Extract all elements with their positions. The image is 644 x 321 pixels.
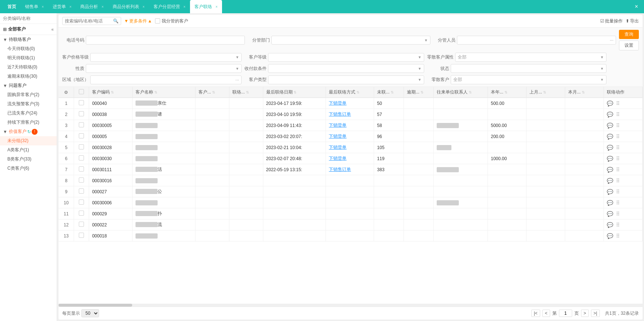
sidebar-item-declining[interactable]: 持续下滑客户(2) [0,118,57,127]
last-way-link[interactable]: 下销货单 [329,134,346,139]
close-all-tabs[interactable]: × [632,3,641,10]
select-cust-type[interactable]: ▼ [268,75,424,84]
cell-check[interactable] [74,208,89,219]
cell-check[interactable] [74,219,89,230]
contact-icon[interactable]: 💬 [607,100,613,106]
row-checkbox[interactable] [79,111,84,116]
cell-check[interactable] [74,142,89,153]
row-checkbox[interactable] [79,222,84,227]
row-checkbox[interactable] [79,177,84,183]
col-header-last-date[interactable]: 最后联络日期 [263,87,326,98]
contact-icon[interactable]: 💬 [607,189,613,195]
close-goods-list-icon[interactable]: × [142,5,145,9]
contact-icon[interactable]: 💬 [607,145,613,151]
row-checkbox[interactable] [79,144,84,149]
cell-check[interactable] [74,153,89,164]
sidebar-item-today[interactable]: 今天待联络(0) [0,44,57,53]
sidebar-all-customers[interactable]: ⊞ 全部客户 « [0,24,57,35]
last-way-link[interactable]: 下销货单 [329,100,346,106]
contact-icon[interactable]: 💬 [607,123,613,128]
row-checkbox[interactable] [79,233,84,238]
contact-icon[interactable]: 💬 [607,222,613,228]
last-way-link[interactable]: 下销售订单 [329,167,351,172]
row-checkbox[interactable] [79,200,84,205]
select-payment[interactable]: ▼ [268,64,424,73]
sidebar-item-ungrouped[interactable]: 未分组(32) [0,136,57,145]
last-way-link[interactable]: 下销货单 [329,123,346,128]
col-header-last-month[interactable]: 上月... [526,87,565,98]
cell-check[interactable] [74,109,89,120]
select-retail-attr[interactable]: 全部▼ [455,53,606,62]
col-header-type[interactable]: 客户... [195,87,229,98]
last-way-link[interactable]: 下销售订单 [329,112,351,117]
batch-ops-btn[interactable]: ☑ 批量操作 [600,18,623,24]
sidebar-item-class-a[interactable]: A类客户(1) [0,145,57,155]
close-customer-layer-icon[interactable]: × [183,5,186,9]
contact-icon[interactable]: 💬 [607,112,613,117]
more-icon[interactable]: ⠿ [616,156,620,162]
contact-icon[interactable]: 💬 [607,134,613,140]
more-icon[interactable]: ⠿ [616,233,620,239]
input-phone[interactable] [86,36,245,45]
sidebar-item-tomorrow[interactable]: 明天待联络(1) [0,53,57,63]
row-checkbox[interactable] [79,122,84,127]
col-header-name[interactable]: 客户名称 [133,87,196,98]
contact-icon[interactable]: 💬 [607,167,613,173]
more-icon[interactable]: ⠿ [616,189,620,195]
close-customer-contact-icon[interactable]: × [215,5,218,9]
contact-icon[interactable]: 💬 [607,233,613,239]
sidebar-search[interactable]: 🔍 [0,13,57,24]
close-purchase-icon[interactable]: × [70,5,72,9]
select-dept[interactable]: ▼ [271,36,430,45]
page-size-select[interactable]: 50 [81,309,99,317]
cell-check[interactable] [74,186,89,197]
cell-check[interactable] [74,120,89,131]
more-icon[interactable]: ⠿ [616,112,620,117]
cell-check[interactable] [74,175,89,186]
col-header-this-year[interactable]: 本年... [488,87,526,98]
col-header-settings[interactable]: ⚙ [59,87,74,98]
col-header-last-way[interactable]: 最后联络方式 [326,87,374,98]
sidebar-item-churned[interactable]: 已流失客户(24) [0,109,57,118]
nav-goods-analysis[interactable]: 商品分析 × [76,0,108,13]
filter-search-box[interactable]: 🔍 [62,17,121,25]
cell-check[interactable] [74,164,89,175]
col-header-contact[interactable]: 联络... [229,87,263,98]
more-icon[interactable]: ⠿ [616,100,620,106]
col-header-code[interactable]: 客户编码 [89,87,133,98]
nav-customer-layer[interactable]: 客户分层经营 × [149,0,190,13]
horizontal-scrollbar[interactable] [59,304,643,307]
export-btn[interactable]: ⬆ 导出 [626,18,639,24]
refresh-icon[interactable]: ↻ [27,129,31,134]
nav-home[interactable]: 首页 [3,0,21,13]
sidebar-search-input[interactable] [3,16,57,21]
nav-purchase[interactable]: 进货单 × [48,0,76,13]
sidebar-item-abnormal[interactable]: 固购异常客户(2) [0,90,57,99]
close-sales-icon[interactable]: × [42,5,44,9]
close-goods-analysis-icon[interactable]: × [102,5,104,9]
row-checkbox[interactable] [79,100,84,105]
prev-page-btn[interactable]: < [542,310,550,317]
last-way-link[interactable]: 下销货单 [329,156,346,161]
filter-search-input[interactable] [65,18,113,24]
more-icon[interactable]: ⠿ [616,211,620,217]
more-icon[interactable]: ⠿ [616,145,620,151]
settings-gear-icon[interactable]: ⚙ [64,90,68,95]
filter-search-icon[interactable]: 🔍 [113,18,119,24]
contact-icon[interactable]: 💬 [607,178,613,184]
col-header-partner[interactable]: 往来单位联系人 [434,87,488,98]
more-icon[interactable]: ⠿ [616,222,620,228]
select-cust-level[interactable]: ▼ [268,53,424,62]
contact-icon[interactable]: 💬 [607,211,613,217]
sidebar-item-7days[interactable]: 近7天待联络(0) [0,63,57,72]
row-checkbox[interactable] [79,211,84,216]
header-checkbox[interactable] [79,89,84,94]
row-checkbox[interactable] [79,155,84,160]
more-icon[interactable]: ⠿ [616,178,620,184]
scrollbar-thumb[interactable] [59,304,132,307]
next-page-btn[interactable]: > [581,310,589,317]
cell-check[interactable] [74,98,89,109]
sidebar-section-problem[interactable]: ▼ 问题客户 [0,81,57,90]
nav-customer-contact[interactable]: 客户联络 × [190,0,222,13]
col-header-overdue[interactable]: 逾期... [404,87,434,98]
